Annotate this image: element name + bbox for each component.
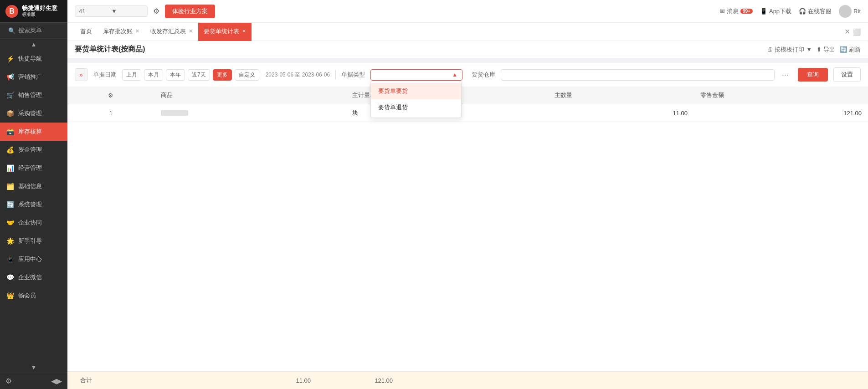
date-btn-custom[interactable]: 自定义 [235,69,259,81]
sidebar-item-system[interactable]: 🔄系统管理 [0,195,67,214]
phone-icon: 📱 [760,8,767,15]
sidebar-item-purchase[interactable]: 📦采购管理 [0,104,67,123]
query-btn[interactable]: 查询 [798,68,828,82]
sidebar-item-finance[interactable]: 💰资金管理 [0,141,67,159]
date-btn-week[interactable]: 近7天 [188,69,210,81]
sidebar-item-operations[interactable]: 📊经营管理 [0,159,67,177]
sidebar-label-cooperation: 企业协同 [18,219,42,227]
tab-label-recv-summary: 收发存汇总表 [150,27,186,36]
tab-inventory-batch[interactable]: 库存批次账✕ [98,23,145,41]
sidebar-item-cooperation[interactable]: 🤝企业协同 [0,214,67,232]
header-search-wrap[interactable]: 41 ▼ [75,5,148,17]
sidebar-label-finance: 资金管理 [18,146,42,154]
row-num: 1 [67,104,154,122]
sidebar-item-app-center[interactable]: 📱应用中心 [0,250,67,268]
tab-home[interactable]: 首页 [75,23,98,41]
message-icon: ✉ [720,8,725,15]
print-btn[interactable]: 🖨 按模板打印 ▼ [767,46,812,54]
tab-close-inventory-batch[interactable]: ✕ [135,28,139,34]
tab-label-order-summary: 要货单统计表 [204,27,239,36]
date-range-display: 2023-05-06 至 2023-06-06 [266,71,330,79]
sidebar-label-system: 系统管理 [18,200,42,209]
date-btn-more[interactable]: 更多 [213,69,232,81]
online-service-item[interactable]: 🎧 在线客服 [799,7,832,15]
more-filter-icon[interactable]: ··· [782,70,789,80]
data-table: ⚙ 商品 主计量单位 主数量 零售金额 1 [67,87,868,122]
sidebar-label-purchase: 采购管理 [18,109,42,118]
table-gear-icon[interactable]: ⚙ [108,92,113,99]
header-left: 41 ▼ ⚙ 体验行业方案 [75,5,215,18]
close-all-tabs-icon[interactable]: ✕ [844,27,850,36]
avatar [839,5,852,18]
export-icon: ⬆ [817,46,822,53]
product-placeholder-bar [161,110,188,116]
col-gear: ⚙ [67,87,154,104]
industry-btn[interactable]: 体验行业方案 [165,5,215,18]
tab-close-recv-summary[interactable]: ✕ [189,28,193,34]
dropdown-item-order[interactable]: 要货单要货 [371,83,461,99]
warehouse-input[interactable] [501,69,775,81]
app-download-label: App下载 [769,7,791,15]
filter-expand-btn[interactable]: » [75,68,87,81]
sidebar-scroll-up[interactable]: ▲ [0,39,67,50]
sidebar-item-marketing[interactable]: 📢营销推广 [0,68,67,86]
type-input[interactable] [375,72,452,78]
col-amount: 零售金额 [694,87,868,104]
page-header: 要货单统计表(按商品) 🖨 按模板打印 ▼ ⬆ 导出 🔄 刷新 [67,41,868,58]
logo-icon: B [5,5,18,18]
type-dropdown: 要货单要货 要货单退货 [370,81,462,118]
tab-order-summary[interactable]: 要货单统计表✕ [198,23,252,41]
search-label: 搜索菜单 [18,26,42,35]
message-label: 消息 [727,7,739,15]
refresh-icon: 🔄 [840,46,847,53]
app-version: 标准版 [22,11,57,18]
username: Rit [853,8,861,15]
header-gear-icon[interactable]: ⚙ [153,7,159,15]
print-icon: 🖨 [767,46,773,53]
sidebar-icon-finance: 💰 [5,145,15,154]
sidebar-item-guide[interactable]: 🌟新手引导 [0,232,67,250]
tab-recv-summary[interactable]: 收发存汇总表✕ [145,23,198,41]
date-btn-prev-month[interactable]: 上月 [122,69,141,81]
header-input-value: 41 [79,8,111,15]
tab-label-inventory-batch: 库存批次账 [103,27,133,36]
footer-amount: 121.00 [338,377,393,384]
print-label: 按模板打印 [775,46,804,54]
sidebar-icon-inventory: 🗃️ [5,127,15,136]
tab-bar: 首页库存批次账✕收发存汇总表✕要货单统计表✕✕ ⬜ [67,23,868,41]
app-download-item[interactable]: 📱 App下载 [760,7,791,15]
sidebar-item-wechat[interactable]: 💬企业微信 [0,268,67,287]
date-btn-cur-month[interactable]: 本月 [144,69,163,81]
sidebar-item-member[interactable]: 👑畅会员 [0,287,67,305]
settings-icon[interactable]: ⚙ [5,377,12,385]
filter-separator [335,70,336,79]
refresh-label: 刷新 [849,46,861,54]
collapse-icon[interactable]: ◀▶ [51,377,62,385]
sidebar: B 畅捷通好生意 标准版 🔍 搜索菜单 ▲ ⚡快捷导航📢营销推广🛒销售管理📦采购… [0,0,67,389]
print-chevron: ▼ [806,46,812,53]
sidebar-search[interactable]: 🔍 搜索菜单 [0,23,67,39]
export-label: 导出 [823,46,835,54]
setting-btn[interactable]: 设置 [833,67,861,82]
tab-close-order-summary[interactable]: ✕ [242,28,246,34]
sidebar-icon-cooperation: 🤝 [5,218,15,227]
user-item[interactable]: Rit [839,5,861,18]
minimize-icon[interactable]: ⬜ [853,28,861,36]
sidebar-icon-app-center: 📱 [5,255,15,264]
export-btn[interactable]: ⬆ 导出 [817,46,835,54]
row-amount: 121.00 [694,104,868,122]
sidebar-item-quick-nav[interactable]: ⚡快捷导航 [0,50,67,68]
sidebar-icon-purchase: 📦 [5,109,15,118]
dropdown-item-return[interactable]: 要货单退货 [371,99,461,116]
sidebar-icon-guide: 🌟 [5,236,15,246]
online-service-label: 在线客服 [808,7,832,15]
refresh-btn[interactable]: 🔄 刷新 [840,46,861,54]
sidebar-scroll-down[interactable]: ▼ [0,362,67,373]
sidebar-item-inventory[interactable]: 🗃️库存核算 [0,123,67,141]
type-select[interactable]: ▲ [370,69,462,81]
tab-label-home: 首页 [80,27,92,36]
date-btn-cur-year[interactable]: 本年 [166,69,185,81]
message-item[interactable]: ✉ 消息 99+ [720,7,753,15]
sidebar-item-base-info[interactable]: 🗂️基础信息 [0,177,67,195]
sidebar-item-sales[interactable]: 🛒销售管理 [0,86,67,104]
